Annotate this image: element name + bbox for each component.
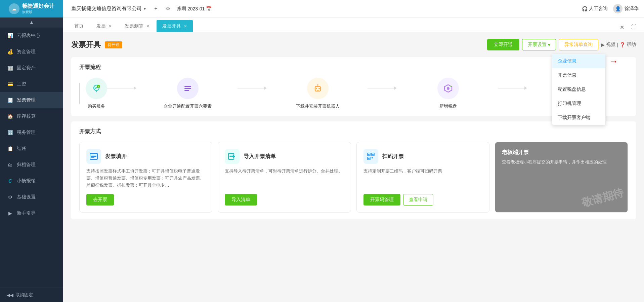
view-application-button[interactable]: 查看申请 <box>403 194 433 205</box>
archive-mgmt-icon: 🗂 <box>7 161 13 168</box>
tab-invoice-calc[interactable]: 发票测算 ✕ <box>119 20 155 32</box>
company-dropdown-icon[interactable]: ▾ <box>144 6 146 11</box>
flow-step-install-robot: 下载并安装开票机器人 <box>268 78 368 109</box>
sidebar-cancel-pin[interactable]: ◀◀ 取消固定 <box>0 288 63 302</box>
scan-invoice-title: 扫码开票 <box>382 153 404 160</box>
svg-rect-17 <box>91 155 96 155</box>
scan-invoice-header: 扫码开票 <box>363 149 482 164</box>
tab-invoice-close[interactable]: ✕ <box>109 24 112 29</box>
config-enterprise-icon <box>177 78 199 99</box>
status-badge: 待开通 <box>105 41 122 48</box>
svg-rect-28 <box>372 154 374 155</box>
scan-invoice-desc: 支持定制开票二维码，客户端可扫码开票 <box>363 168 482 189</box>
tab-invoice-issue-close[interactable]: ✕ <box>184 24 187 29</box>
logo-icon: ☁ <box>9 3 19 14</box>
watermark-text: 敬请期待 <box>580 186 625 211</box>
fill-invoice-button[interactable]: 去开票 <box>86 194 114 205</box>
svg-rect-29 <box>368 158 370 159</box>
sidebar: ▲ 📊 云报表中心 💰 资金管理 🏢 固定资产 💳 工资 <box>0 17 63 302</box>
new-guide-icon: ▶ <box>7 210 13 217</box>
dropdown-item-invoice-info[interactable]: 开票信息 <box>552 68 605 82</box>
basic-settings-icon: ⚙ <box>7 194 13 200</box>
sidebar-scroll-up[interactable]: ▲ <box>0 17 63 28</box>
inventory-icon: 🏠 <box>7 113 13 120</box>
scan-invoice-footer: 开票码管理 查看申请 <box>363 194 482 205</box>
sidebar-item-basic-settings[interactable]: ⚙ 基础设置 <box>0 189 63 205</box>
sidebar-item-salary[interactable]: 💳 工资 <box>0 76 63 92</box>
sidebar-item-cloud-report[interactable]: 📊 云报表中心 <box>0 28 63 44</box>
svg-rect-21 <box>229 155 233 155</box>
methods-grid: 发票填开 支持按照发票样式手工填开发票；可开具增值税电子普通发票、增值税普通发票… <box>79 142 628 213</box>
method-card-import-invoice: 导入开票清单 支持导入待开票清单，可对待开票清单进行拆分、合并处理。 导入清单 <box>218 142 351 213</box>
tab-invoice[interactable]: 发票 ✕ <box>91 20 118 32</box>
settings-button[interactable]: 开票设置 ▾ <box>522 39 556 50</box>
calendar-icon[interactable]: 📅 <box>206 6 212 11</box>
flow-step-buy-service: + 购买服务 <box>86 78 107 109</box>
dropdown-item-tax-disk-info[interactable]: 配置税盘信息 <box>552 82 605 97</box>
connector-1 <box>107 86 138 101</box>
svg-point-9 <box>317 84 318 85</box>
content-area: 首页 发票 ✕ 发票测算 ✕ 发票开具 ✕ ✕ ⛶ <box>63 17 644 302</box>
tax-mgmt-icon: 🔢 <box>7 129 13 136</box>
boss-invoice-title: 老板端开票 <box>502 149 621 156</box>
svg-rect-5 <box>184 90 189 91</box>
fill-invoice-footer: 去开票 <box>86 194 205 205</box>
page-content: 发票开具 待开通 立即开通 开票设置 ▾ 异常清单查询 ▶ 视频 <box>63 32 644 302</box>
sidebar-item-inventory[interactable]: 🏠 库存核算 <box>0 108 63 124</box>
dropdown-item-company-info[interactable]: 企业信息 <box>552 54 605 68</box>
svg-rect-18 <box>91 156 96 157</box>
fill-invoice-desc: 支持按照发票样式手工填开发票；可开具增值税电子普通发票、增值税普通发票、增值税专… <box>86 168 205 189</box>
install-robot-icon <box>307 78 329 99</box>
exception-list-button[interactable]: 异常清单查询 <box>559 39 598 50</box>
settings-icon[interactable]: ⚙ <box>163 4 173 13</box>
user-info[interactable]: 👤 徐泽华 <box>613 4 639 13</box>
svg-text:+: + <box>450 85 452 88</box>
sidebar-item-settlement[interactable]: 📋 结账 <box>0 141 63 157</box>
tab-home[interactable]: 首页 <box>69 20 89 32</box>
qr-code-mgmt-button[interactable]: 开票码管理 <box>363 194 400 205</box>
help-area[interactable]: ▶ 视频 | ❓ 帮助 <box>601 42 636 48</box>
tab-bar: 首页 发票 ✕ 发票测算 ✕ 发票开具 ✕ ✕ ⛶ <box>63 17 644 32</box>
method-section: 开票方式 发票填开 支持按照发票样式手工填开发票；可开具增值税电子普通发票 <box>71 121 636 219</box>
connector-3 <box>368 86 398 101</box>
boss-invoice-desc: 查看老板端小程序提交的开票申请，并作出相应的处理 <box>502 159 621 166</box>
sidebar-item-fixed-assets[interactable]: 🏢 固定资产 <box>0 60 63 76</box>
close-tab-button[interactable]: ✕ <box>617 23 627 32</box>
svg-rect-22 <box>229 156 233 157</box>
fixed-assets-icon: 🏢 <box>7 65 13 71</box>
sidebar-item-tax-mgmt[interactable]: 🔢 税务管理 <box>0 124 63 141</box>
buy-service-label: 购买服务 <box>88 103 105 109</box>
customer-service-button[interactable]: 🎧 人工咨询 <box>582 6 608 12</box>
method-section-title: 开票方式 <box>79 128 628 135</box>
svg-point-7 <box>316 88 317 89</box>
pin-icon: ◀◀ <box>7 293 13 298</box>
tab-invoice-issue[interactable]: 发票开具 ✕ <box>157 20 193 32</box>
import-invoice-footer: 导入清单 <box>225 194 344 205</box>
top-bar-right: 🎧 人工咨询 👤 徐泽华 <box>582 4 639 13</box>
add-tab-button[interactable]: + <box>151 4 161 13</box>
install-robot-label: 下载并安装开票机器人 <box>296 103 340 109</box>
fill-invoice-title: 发票填开 <box>105 153 127 160</box>
sidebar-nav: 📊 云报表中心 💰 资金管理 🏢 固定资产 💳 工资 🧾 发票管理 <box>0 28 63 288</box>
expand-button[interactable]: ⛶ <box>629 23 639 32</box>
flow-steps: + 购买服务 <box>79 78 628 109</box>
scan-invoice-icon <box>363 149 378 164</box>
import-invoice-button[interactable]: 导入清单 <box>225 194 257 205</box>
dropdown-item-printer-mgmt[interactable]: 打印机管理 <box>552 97 605 111</box>
company-name[interactable]: 重庆畅捷交通信息咨询有限公司 ▾ <box>71 5 146 12</box>
settings-dropdown: 企业信息 开票信息 配置税盘信息 打印机管理 下载开票客户端 → <box>552 54 606 125</box>
activate-button[interactable]: 立即开通 <box>487 39 519 50</box>
import-invoice-title: 导入开票清单 <box>244 153 276 160</box>
sidebar-item-new-guide[interactable]: ▶ 新手引导 <box>0 205 63 221</box>
sidebar-item-xiao-report[interactable]: C 小畅报销 <box>0 173 63 189</box>
top-bar-actions: + ⚙ <box>151 4 173 13</box>
svg-point-8 <box>318 88 320 89</box>
dropdown-item-download-client[interactable]: 下载开票客户端 <box>552 111 605 125</box>
headset-icon: 🎧 <box>582 6 588 11</box>
sidebar-item-invoice-mgmt[interactable]: 🧾 发票管理 <box>0 92 63 108</box>
sidebar-item-archive-mgmt[interactable]: 🗂 归档管理 <box>0 157 63 173</box>
tab-invoice-calc-close[interactable]: ✕ <box>146 24 149 29</box>
svg-text:+: + <box>98 85 99 88</box>
sidebar-item-fund-mgmt[interactable]: 💰 资金管理 <box>0 44 63 60</box>
svg-rect-3 <box>184 86 191 87</box>
